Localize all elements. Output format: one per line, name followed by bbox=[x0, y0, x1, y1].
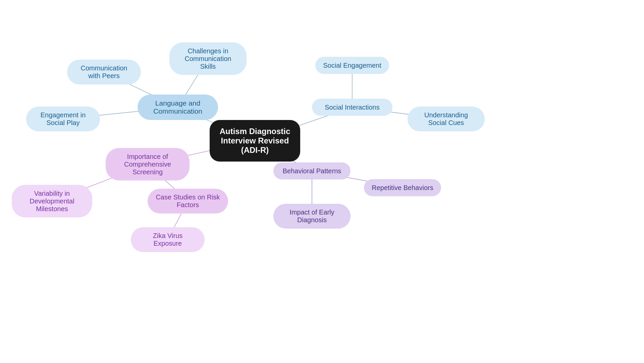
node-zika[interactable]: Zika Virus Exposure bbox=[131, 227, 205, 252]
node-social-inter[interactable]: Social Interactions bbox=[312, 99, 392, 116]
connections-svg bbox=[0, 0, 644, 363]
node-understand-social[interactable]: Understanding Social Cues bbox=[408, 107, 485, 131]
node-comm-peers[interactable]: Communication with Peers bbox=[67, 60, 141, 84]
node-comp-screening[interactable]: Importance of Comprehensive Screening bbox=[106, 148, 190, 181]
node-var-dev[interactable]: Variability in Developmental Milestones bbox=[12, 185, 92, 218]
node-behavioral[interactable]: Behavioral Patterns bbox=[273, 163, 351, 180]
node-case-studies[interactable]: Case Studies on Risk Factors bbox=[148, 189, 228, 214]
mind-map-container: Autism Diagnostic Interview Revised (ADI… bbox=[0, 0, 644, 363]
node-social-engage[interactable]: Social Engagement bbox=[315, 57, 389, 74]
node-repetitive[interactable]: Repetitive Behaviors bbox=[364, 179, 441, 196]
node-lang-comm[interactable]: Language and Communication bbox=[138, 95, 218, 120]
center-node[interactable]: Autism Diagnostic Interview Revised (ADI… bbox=[210, 120, 300, 162]
node-social-play[interactable]: Engagement in Social Play bbox=[26, 107, 100, 131]
node-early-diag[interactable]: Impact of Early Diagnosis bbox=[273, 204, 351, 229]
node-challenges-comm[interactable]: Challenges in Communication Skills bbox=[169, 43, 247, 75]
